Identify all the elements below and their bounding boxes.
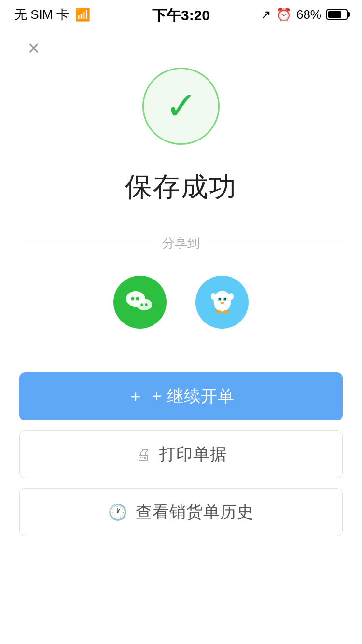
clock-icon: 🕐 — [108, 503, 128, 521]
battery-percent: 68% — [296, 7, 321, 22]
print-button[interactable]: 🖨 打印单据 — [19, 430, 343, 478]
history-button[interactable]: 🕐 查看销货单历史 — [19, 488, 343, 536]
carrier-text: 无 SIM 卡 — [14, 6, 69, 23]
svg-point-3 — [137, 299, 152, 310]
status-bar: 无 SIM 卡 📶 下午3:20 ↗ ⏰ 68% — [0, 0, 362, 29]
alarm-icon: ⏰ — [276, 7, 292, 22]
svg-point-11 — [224, 298, 226, 300]
share-label: 分享到 — [162, 235, 200, 252]
wifi-icon: 📶 — [75, 7, 90, 22]
continue-label: + 继续开单 — [152, 385, 235, 407]
print-label: 打印单据 — [159, 443, 227, 465]
plus-icon: ＋ — [127, 385, 144, 407]
svg-point-4 — [140, 303, 143, 306]
wechat-share-button[interactable] — [113, 276, 167, 329]
close-button[interactable]: × — [19, 34, 48, 63]
divider-left — [19, 243, 153, 243]
share-divider: 分享到 — [19, 235, 343, 252]
status-time: 下午3:20 — [152, 6, 210, 26]
divider-right — [209, 243, 343, 243]
svg-point-5 — [145, 303, 148, 306]
qq-share-button[interactable] — [195, 276, 249, 329]
svg-point-10 — [219, 298, 221, 300]
success-title: 保存成功 — [125, 169, 237, 206]
success-circle: ✓ — [142, 68, 220, 145]
share-section: 分享到 — [0, 235, 362, 329]
close-icon: × — [28, 38, 40, 58]
svg-point-2 — [136, 297, 139, 301]
qq-icon — [207, 287, 238, 318]
svg-point-12 — [220, 302, 224, 304]
wechat-icon — [123, 285, 157, 319]
svg-point-1 — [131, 297, 135, 301]
buttons-section: ＋ + 继续开单 🖨 打印单据 🕐 查看销货单历史 — [0, 372, 362, 536]
battery-fill — [328, 11, 341, 18]
svg-point-16 — [229, 293, 234, 300]
continue-button[interactable]: ＋ + 继续开单 — [19, 372, 343, 420]
printer-icon: 🖨 — [136, 446, 152, 463]
svg-point-14 — [223, 310, 229, 313]
checkmark-icon: ✓ — [165, 87, 197, 126]
history-label: 查看销货单历史 — [136, 501, 254, 523]
location-icon: ↗ — [261, 7, 271, 22]
battery-bar — [326, 9, 348, 20]
svg-point-13 — [215, 310, 222, 313]
svg-point-15 — [211, 293, 216, 300]
status-left: 无 SIM 卡 📶 — [14, 6, 90, 23]
share-icons — [19, 276, 343, 329]
main-content: ✓ 保存成功 分享到 — [0, 29, 362, 536]
status-right: ↗ ⏰ 68% — [261, 7, 348, 22]
